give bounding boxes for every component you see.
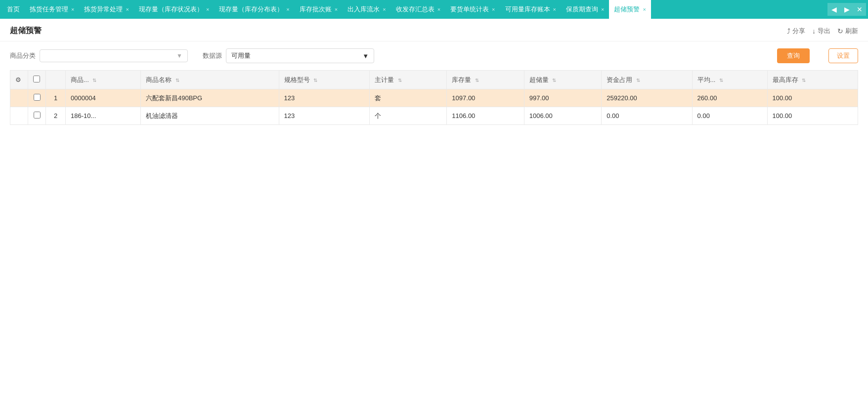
col-gear[interactable]: ⚙ (10, 71, 28, 89)
row-gear-1[interactable] (10, 107, 28, 125)
row-capital-0: 259220.00 (602, 89, 692, 107)
row-max-stock-1: 100.00 (767, 107, 858, 125)
row-overstock-0: 997.00 (524, 89, 601, 107)
export-icon: ↓ (812, 27, 816, 35)
row-product-code-0: 0000004 (66, 89, 141, 107)
nav-arrow-left[interactable]: ◀ (827, 3, 840, 16)
nav-item-abnormal-label: 拣货异常处理 (84, 5, 123, 14)
row-stock-0: 1097.00 (447, 89, 524, 107)
sort-icon-product-code: ⇅ (92, 78, 96, 83)
nav-item-summary[interactable]: 收发存汇总表 × (391, 0, 445, 19)
main-content: 超储预警 ⤴ 分享 ↓ 导出 ↻ 刷新 商品分类 ▼ 数据源 (0, 19, 868, 395)
nav-item-flow[interactable]: 出入库流水 × (343, 0, 391, 19)
nav-close-abnormal[interactable]: × (126, 6, 129, 12)
nav-item-stock-dist-label: 现存量（库存分布表） (219, 5, 283, 14)
nav-close-flow[interactable]: × (383, 6, 386, 12)
nav-item-flow-label: 出入库流水 (347, 5, 380, 14)
query-button[interactable]: 查询 (777, 48, 810, 63)
row-avg-0: 260.00 (692, 89, 767, 107)
col-avg[interactable]: 平均... ⇅ (692, 71, 767, 89)
settings-button[interactable]: 设置 (828, 48, 858, 63)
row-spec-0: 123 (279, 89, 369, 107)
row-product-code-1: 186-10... (66, 107, 141, 125)
row-checkbox-1[interactable] (34, 112, 41, 118)
nav-item-home-label: 首页 (7, 5, 20, 14)
export-button[interactable]: ↓ 导出 (812, 27, 830, 36)
table-body: 1 0000004 六配套新昌490BPG 123 套 1097.00 997.… (10, 89, 858, 125)
nav-close-batch[interactable]: × (335, 6, 338, 12)
category-label: 商品分类 (10, 51, 36, 60)
row-max-stock-0: 100.00 (767, 89, 858, 107)
nav-item-expiry-label: 保质期查询 (566, 5, 598, 14)
datasource-value: 可用量 (231, 51, 251, 60)
nav-arrow-right[interactable]: ▶ (840, 3, 853, 16)
nav-item-home[interactable]: 首页 (2, 0, 25, 19)
nav-close-stock-dist[interactable]: × (286, 6, 289, 12)
col-rownum (46, 71, 66, 89)
sort-icon-product-name: ⇅ (175, 78, 179, 83)
nav-item-requisition[interactable]: 要货单统计表 × (445, 0, 500, 19)
col-spec[interactable]: 规格型号 ⇅ (279, 71, 369, 89)
nav-close-available[interactable]: × (553, 6, 556, 12)
refresh-button[interactable]: ↻ 刷新 (837, 27, 858, 36)
refresh-label: 刷新 (845, 27, 858, 36)
nav-item-abnormal[interactable]: 拣货异常处理 × (79, 0, 133, 19)
nav-item-requisition-label: 要货单统计表 (450, 5, 489, 14)
category-select[interactable]: ▼ (40, 49, 188, 62)
row-unit-1: 个 (369, 107, 446, 125)
nav-item-task[interactable]: 拣货任务管理 × (25, 0, 79, 19)
sort-icon-spec: ⇅ (313, 78, 317, 83)
nav-close-task[interactable]: × (71, 6, 74, 12)
row-gear-0[interactable] (10, 89, 28, 107)
row-capital-1: 0.00 (602, 107, 692, 125)
category-filter: 商品分类 ▼ (10, 49, 188, 62)
nav-item-stock-dist[interactable]: 现存量（库存分布表） × (214, 0, 294, 19)
sort-icon-avg: ⇅ (719, 78, 723, 83)
table-row: 1 0000004 六配套新昌490BPG 123 套 1097.00 997.… (10, 89, 858, 107)
col-product-name[interactable]: 商品名称 ⇅ (140, 71, 279, 89)
col-unit[interactable]: 主计量 ⇅ (369, 71, 446, 89)
nav-close-expiry[interactable]: × (601, 6, 604, 12)
datasource-select[interactable]: 可用量 ▼ (226, 48, 374, 63)
nav-item-batch-label: 库存批次账 (300, 5, 332, 14)
datasource-dropdown-icon: ▼ (362, 52, 369, 60)
col-capital[interactable]: 资金占用 ⇅ (602, 71, 692, 89)
nav-item-stock-status-label: 现存量（库存状况表） (139, 5, 203, 14)
select-all-checkbox[interactable] (33, 76, 40, 82)
row-checkbox-0[interactable] (34, 94, 41, 101)
nav-arrow-close-all[interactable]: ✕ (853, 3, 866, 16)
table-row: 2 186-10... 机油滤清器 123 个 1106.00 1006.00 … (10, 107, 858, 125)
row-product-name-1: 机油滤清器 (140, 107, 279, 125)
row-num-1: 2 (46, 107, 66, 125)
row-spec-1: 123 (279, 107, 369, 125)
col-stock[interactable]: 库存量 ⇅ (447, 71, 524, 89)
share-button[interactable]: ⤴ 分享 (787, 27, 805, 36)
datasource-label: 数据源 (203, 51, 222, 60)
data-table: ⚙ 商品... ⇅ 商品名称 ⇅ 规格型号 ⇅ 主计量 ⇅ (10, 70, 858, 125)
nav-item-overstock[interactable]: 超储预警 × (609, 0, 651, 19)
col-overstock[interactable]: 超储量 ⇅ (524, 71, 601, 89)
nav-item-available-label: 可用量库存账本 (505, 5, 550, 14)
row-avg-1: 0.00 (692, 107, 767, 125)
col-product-code[interactable]: 商品... ⇅ (66, 71, 141, 89)
nav-close-overstock[interactable]: × (643, 6, 646, 12)
nav-item-available[interactable]: 可用量库存账本 × (500, 0, 561, 19)
row-stock-1: 1106.00 (447, 107, 524, 125)
nav-item-expiry[interactable]: 保质期查询 × (561, 0, 609, 19)
col-max-stock[interactable]: 最高库存 ⇅ (767, 71, 858, 89)
row-product-name-0: 六配套新昌490BPG (140, 89, 279, 107)
table-container: ⚙ 商品... ⇅ 商品名称 ⇅ 规格型号 ⇅ 主计量 ⇅ (0, 70, 868, 125)
sort-icon-unit: ⇅ (398, 78, 402, 83)
nav-item-task-label: 拣货任务管理 (30, 5, 68, 14)
row-overstock-1: 1006.00 (524, 107, 601, 125)
nav-close-requisition[interactable]: × (492, 6, 495, 12)
row-num-0: 1 (46, 89, 66, 107)
nav-close-summary[interactable]: × (437, 6, 440, 12)
nav-item-batch[interactable]: 库存批次账 × (295, 0, 343, 19)
top-navigation: 首页 拣货任务管理 × 拣货异常处理 × 现存量（库存状况表） × 现存量（库存… (0, 0, 868, 19)
nav-close-stock-status[interactable]: × (206, 6, 209, 12)
row-unit-0: 套 (369, 89, 446, 107)
sort-icon-max-stock: ⇅ (802, 78, 806, 83)
page-header: 超储预警 ⤴ 分享 ↓ 导出 ↻ 刷新 (0, 19, 868, 41)
nav-item-stock-status[interactable]: 现存量（库存状况表） × (134, 0, 214, 19)
